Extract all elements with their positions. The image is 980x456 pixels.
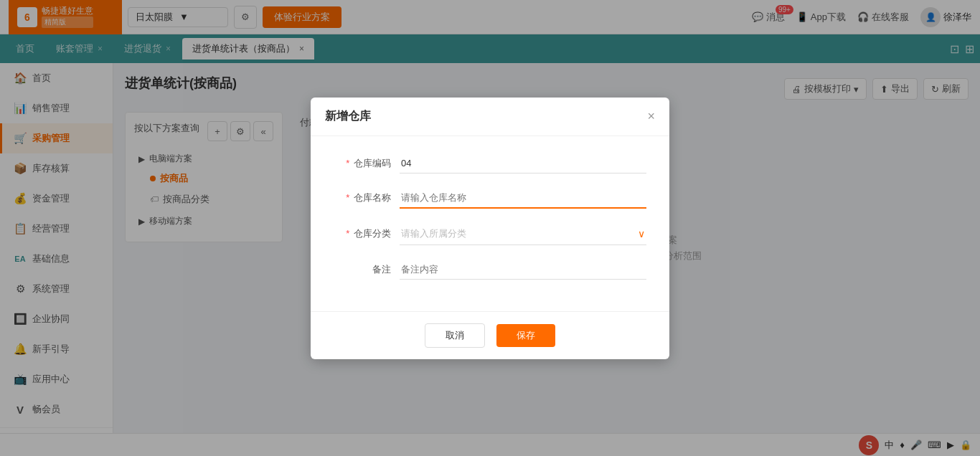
modal-title: 新增仓库	[325, 109, 371, 124]
category-arrow-icon: ∨	[638, 228, 645, 239]
warehouse-note-input[interactable]	[400, 260, 646, 280]
note-label: 备注	[334, 263, 391, 276]
form-row-code: * 仓库编码	[334, 153, 646, 174]
required-star-name: *	[346, 192, 349, 203]
modal-overlay[interactable]: 新增仓库 × * 仓库编码 * 仓库名称	[0, 0, 980, 456]
modal-body: * 仓库编码 * 仓库名称 * 仓库分类 请输入所属	[311, 136, 669, 311]
warehouse-name-input[interactable]	[400, 188, 646, 209]
category-label: * 仓库分类	[334, 227, 391, 240]
modal-close-button[interactable]: ×	[647, 109, 655, 124]
required-star-category: *	[346, 228, 349, 239]
add-warehouse-modal: 新增仓库 × * 仓库编码 * 仓库名称	[311, 98, 669, 359]
form-row-name: * 仓库名称	[334, 188, 646, 209]
modal-header: 新增仓库 ×	[311, 98, 669, 136]
category-select[interactable]: 请输入所属分类 ∨	[400, 223, 646, 245]
form-row-note: 备注	[334, 260, 646, 280]
warehouse-code-input[interactable]	[400, 153, 646, 174]
form-row-category: * 仓库分类 请输入所属分类 ∨	[334, 223, 646, 245]
modal-footer: 取消 保存	[311, 311, 669, 359]
required-star-code: *	[346, 158, 349, 168]
save-button[interactable]: 保存	[496, 324, 555, 347]
name-label: * 仓库名称	[334, 191, 391, 204]
code-label: * 仓库编码	[334, 157, 391, 170]
cancel-button[interactable]: 取消	[425, 323, 485, 348]
category-placeholder: 请输入所属分类	[401, 227, 638, 240]
